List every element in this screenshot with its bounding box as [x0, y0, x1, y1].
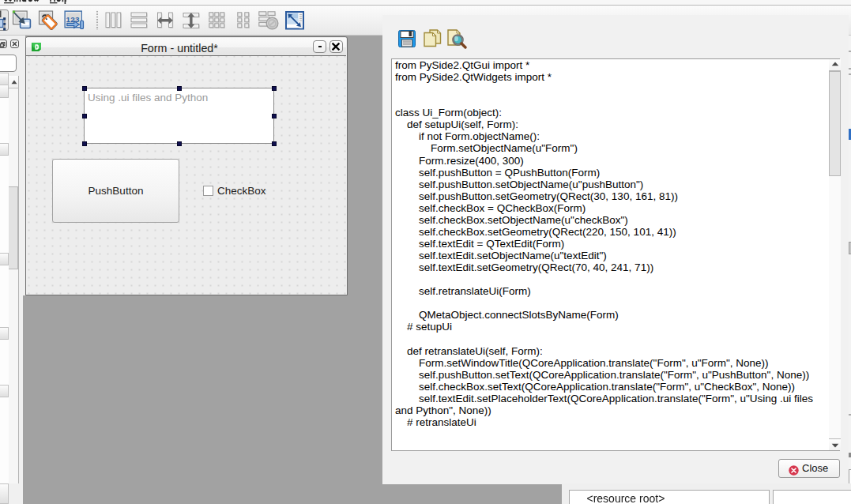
svg-text:123: 123 [66, 15, 80, 24]
